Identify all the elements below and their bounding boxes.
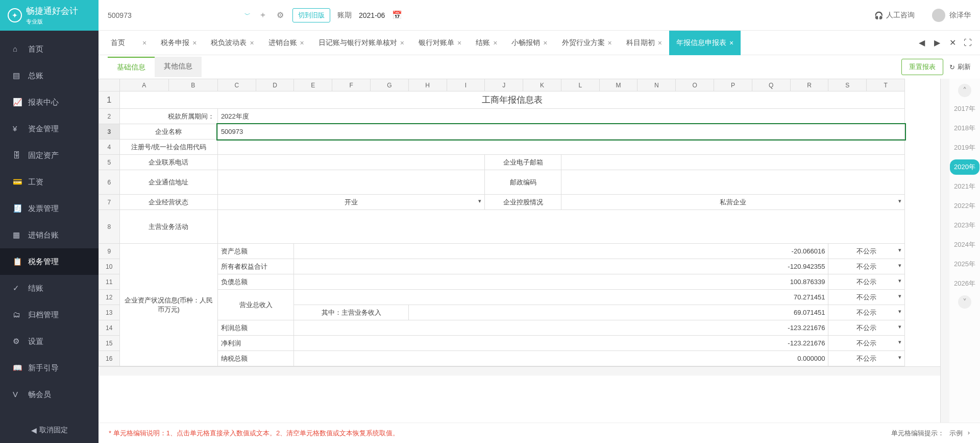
col-header[interactable]: K [523, 79, 561, 91]
col-header[interactable]: H [408, 79, 447, 91]
topbar: 500973﹀ ＋ ⚙ 切到旧版 账期 2021-06 📅 🎧人工咨询 徐泽华 [99, 0, 980, 31]
tab[interactable]: 日记账与银行对账单核对× [311, 31, 411, 55]
col-header[interactable]: F [332, 79, 371, 91]
year-option[interactable]: 2022年 [950, 198, 979, 214]
nav-gear[interactable]: ⚙设置 [0, 328, 99, 355]
nav-invoice[interactable]: 🧾发票管理 [0, 195, 99, 222]
nav-ledger[interactable]: ▤总账 [0, 62, 99, 89]
col-header[interactable]: T [867, 79, 905, 91]
close-icon[interactable]: × [493, 39, 497, 47]
company-select[interactable]: 500973﹀ [108, 7, 251, 24]
subtab[interactable]: 其他信息 [155, 57, 202, 77]
year-option[interactable]: 2017年 [950, 101, 979, 116]
year-option[interactable]: 2025年 [950, 257, 979, 272]
close-icon[interactable]: × [658, 39, 662, 47]
col-header[interactable]: Q [752, 79, 790, 91]
tab[interactable]: 税负波动表× [204, 31, 261, 55]
tab[interactable]: 外贸行业方案× [555, 31, 619, 55]
fullscreen-icon[interactable]: ⛶ [961, 36, 975, 50]
close-icon[interactable]: × [300, 39, 304, 47]
nav-home[interactable]: ⌂首页 [0, 36, 99, 62]
col-header[interactable]: B [168, 79, 217, 91]
col-header[interactable]: C [217, 79, 256, 91]
nav-guide[interactable]: 📖新手引导 [0, 355, 99, 381]
close-icon[interactable]: × [400, 39, 404, 47]
tab-next[interactable]: ▶ [930, 36, 944, 50]
tab[interactable]: 税务申报× [154, 31, 204, 55]
col-header[interactable]: S [828, 79, 867, 91]
year-option[interactable]: 2024年 [950, 237, 979, 252]
tab[interactable]: 首页 [104, 31, 132, 55]
refresh-button[interactable]: ↻刷新 [949, 62, 971, 72]
tab-prev[interactable]: ◀ [915, 36, 929, 50]
psi-icon: ▦ [13, 230, 22, 240]
col-header[interactable]: J [485, 79, 523, 91]
nav-salary[interactable]: 💳工资 [0, 169, 99, 195]
nav-asset[interactable]: 🗄固定资产 [0, 142, 99, 169]
col-header[interactable]: R [790, 79, 828, 91]
year-option[interactable]: 2020年 [950, 159, 979, 175]
nav-close[interactable]: ✓结账 [0, 275, 99, 301]
nav-tax[interactable]: 📋税务管理 [0, 248, 99, 275]
nav-archive[interactable]: 🗂归档管理 [0, 301, 99, 328]
plus-icon[interactable]: ＋ [258, 10, 268, 20]
nav-psi[interactable]: ▦进销台账 [0, 222, 99, 248]
nav-chart[interactable]: 📈报表中心 [0, 89, 99, 115]
old-version-button[interactable]: 切到旧版 [292, 8, 330, 22]
close-icon[interactable]: × [729, 39, 733, 47]
unpin-button[interactable]: ◀取消固定 [0, 417, 99, 443]
example-link[interactable]: 示例 [949, 429, 963, 438]
year-option[interactable]: 2021年 [950, 179, 979, 194]
col-header[interactable]: A [119, 79, 168, 91]
close-icon[interactable]: × [457, 39, 461, 47]
chevron-right-icon[interactable]: › [968, 429, 970, 438]
year-option[interactable]: 2026年 [950, 276, 979, 291]
nav-money[interactable]: ¥资金管理 [0, 115, 99, 142]
company-name-cell[interactable]: 500973 [217, 124, 904, 139]
spreadsheet[interactable]: ABCDEFGHIJKLMNOPQRST1工商年报信息表2税款所属期间：2022… [99, 79, 940, 423]
col-header[interactable]: O [676, 79, 714, 91]
asset-icon: 🗄 [13, 151, 22, 160]
subtab[interactable]: 基础信息 [108, 57, 155, 77]
col-header[interactable]: N [638, 79, 676, 91]
sidebar: ✦ 畅捷通好会计 专业版 ⌂首页▤总账📈报表中心¥资金管理🗄固定资产💳工资🧾发票… [0, 0, 99, 443]
user-menu[interactable]: 徐泽华 [932, 9, 971, 22]
vertical-scrollbar[interactable] [940, 79, 949, 423]
reset-button[interactable]: 重置报表 [901, 59, 943, 75]
close-icon[interactable]: × [543, 39, 547, 47]
year-up[interactable]: ˄ [958, 84, 971, 97]
tab[interactable]: 银行对账单× [411, 31, 469, 55]
horizontal-scrollbar[interactable] [99, 366, 940, 376]
tab[interactable]: 年报信息申报表× [669, 31, 741, 55]
close-icon[interactable]: × [192, 39, 197, 47]
tab[interactable]: 科目期初× [619, 31, 669, 55]
year-option[interactable]: 2023年 [950, 218, 979, 233]
tab[interactable]: 结账× [469, 31, 504, 55]
guide-icon: 📖 [13, 363, 22, 372]
year-option[interactable]: 2019年 [950, 140, 979, 155]
calendar-icon[interactable]: 📅 [392, 10, 402, 20]
gear-icon[interactable]: ⚙ [275, 10, 285, 20]
col-header[interactable]: D [256, 79, 294, 91]
home-icon: ⌂ [13, 44, 22, 54]
col-header[interactable] [99, 79, 120, 91]
col-header[interactable]: P [714, 79, 752, 91]
nav-vip[interactable]: V畅会员 [0, 381, 99, 408]
col-header[interactable]: L [561, 79, 599, 91]
tab[interactable]: 小畅报销× [504, 31, 554, 55]
vip-icon: V [13, 390, 22, 399]
tab[interactable]: 进销台账× [261, 31, 311, 55]
col-header[interactable]: G [371, 79, 409, 91]
year-option[interactable]: 2018年 [950, 121, 979, 136]
help-button[interactable]: 🎧人工咨询 [874, 11, 915, 20]
tab-close-all[interactable]: ✕ [945, 36, 960, 50]
year-down[interactable]: ˅ [958, 295, 971, 309]
close-icon[interactable]: × [608, 39, 612, 47]
tab[interactable]: × [132, 31, 154, 55]
col-header[interactable]: E [294, 79, 332, 91]
period-value: 2021-06 [359, 11, 385, 19]
col-header[interactable]: I [447, 79, 485, 91]
col-header[interactable]: M [599, 79, 638, 91]
close-icon[interactable]: × [250, 39, 254, 47]
close-icon[interactable]: × [142, 39, 146, 47]
